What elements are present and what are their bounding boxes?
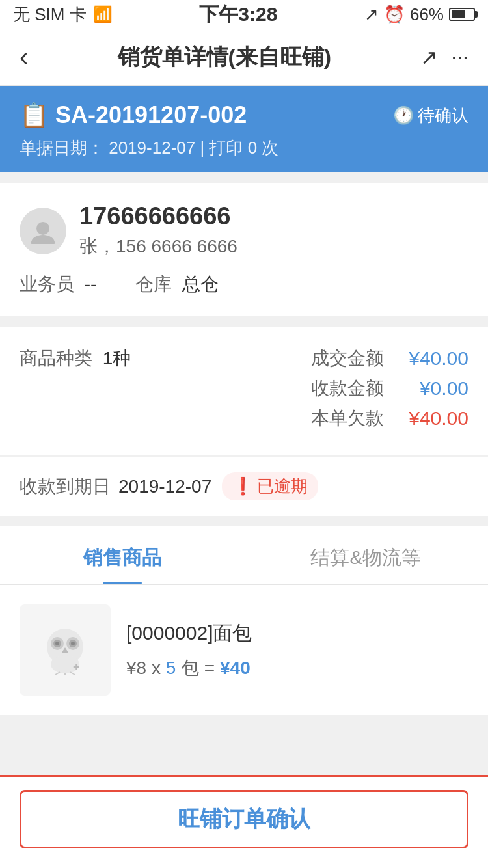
customer-top: 17666666666 张，156 6666 6666 xyxy=(20,202,468,259)
customer-meta: 业务员 -- 仓库 总仓 xyxy=(20,272,468,297)
sales-value: -- xyxy=(85,274,97,294)
amount-row-0: 成交金额 ¥40.00 xyxy=(311,346,468,371)
order-id-text: SA-20191207-002 xyxy=(55,102,247,129)
product-thumbnail: + xyxy=(20,604,111,696)
alarm-icon: ⏰ xyxy=(384,5,405,25)
unit-price: ¥8 xyxy=(126,658,146,678)
battery-percent: 66% xyxy=(410,5,444,25)
customer-card: 17666666666 张，156 6666 6666 业务员 -- 仓库 总仓 xyxy=(0,183,488,316)
customer-name: 张，156 6666 6666 xyxy=(79,234,237,259)
amount-details: 成交金额 ¥40.00 收款金额 ¥0.00 本单欠款 ¥40.00 xyxy=(311,346,468,436)
warehouse-value: 总仓 xyxy=(182,274,219,294)
amount-row-1: 收款金额 ¥0.00 xyxy=(311,376,468,401)
wifi-icon: 📶 xyxy=(93,5,113,23)
summary-card: 商品种类 1种 成交金额 ¥40.00 收款金额 ¥0.00 本单欠款 ¥40.… xyxy=(0,327,488,455)
status-clock-icon: 🕐 xyxy=(393,105,414,126)
battery-icon xyxy=(449,8,475,21)
multiply-sign: x xyxy=(152,658,166,678)
due-date-label: 收款到期日 xyxy=(20,474,111,499)
date-value: 2019-12-07 xyxy=(109,138,195,157)
amount-section: 商品种类 1种 成交金额 ¥40.00 收款金额 ¥0.00 本单欠款 ¥40.… xyxy=(20,346,468,436)
svg-point-1 xyxy=(31,235,55,244)
sales-label: 业务员 xyxy=(20,274,74,294)
status-bar-right: ↗ ⏰ 66% xyxy=(364,5,475,25)
print-info: | 打印 0 次 xyxy=(200,138,278,157)
overdue-icon: ❗ xyxy=(232,476,253,496)
order-id: 📋 SA-20191207-002 xyxy=(20,102,247,129)
product-section: + [0000002]面包 ¥8 x 5 包 = ¥40 xyxy=(0,585,488,715)
amount-value-2: ¥40.00 xyxy=(397,407,468,429)
status-bar-time: 下午3:28 xyxy=(199,1,277,28)
due-date-section: 收款到期日 2019-12-07 ❗ 已逾期 xyxy=(0,457,488,516)
customer-info: 17666666666 张，156 6666 6666 xyxy=(79,202,237,259)
goods-type: 商品种类 1种 xyxy=(20,346,131,371)
product-price: ¥8 x 5 包 = ¥40 xyxy=(126,656,468,681)
tab-products-label: 销售商品 xyxy=(83,547,161,568)
tab-products[interactable]: 销售商品 xyxy=(0,526,244,584)
warehouse-label: 仓库 xyxy=(135,274,172,294)
status-text: 待确认 xyxy=(418,104,468,127)
order-status: 🕐 待确认 xyxy=(393,104,468,127)
nav-bar: ‹ 销货单详情(来自旺铺) ↗ ··· xyxy=(0,29,488,86)
carrier-text: 无 SIM 卡 xyxy=(13,3,87,26)
page-title: 销货单详情(来自旺铺) xyxy=(118,42,332,72)
quantity: 5 xyxy=(166,658,176,678)
overdue-badge: ❗ 已逾期 xyxy=(222,472,318,500)
more-button[interactable]: ··· xyxy=(451,45,468,69)
date-label: 单据日期： xyxy=(20,138,104,157)
order-header: 📋 SA-20191207-002 🕐 待确认 单据日期： 2019-12-07… xyxy=(0,86,488,172)
overdue-text: 已逾期 xyxy=(257,475,308,498)
product-info: [0000002]面包 ¥8 x 5 包 = ¥40 xyxy=(126,620,468,681)
amount-value-0: ¥40.00 xyxy=(397,347,468,370)
svg-point-0 xyxy=(36,222,49,235)
confirm-order-button[interactable]: 旺铺订单确认 xyxy=(20,790,468,848)
back-button[interactable]: ‹ xyxy=(20,42,28,72)
goods-type-label: 商品种类 xyxy=(20,348,92,368)
customer-phone: 17666666666 xyxy=(79,202,237,230)
tab-settlement[interactable]: 结算&物流等 xyxy=(244,526,488,584)
svg-point-7 xyxy=(55,642,59,645)
location-icon: ↗ xyxy=(364,5,379,25)
amount-row-2: 本单欠款 ¥40.00 xyxy=(311,406,468,431)
status-bar: 无 SIM 卡 📶 下午3:28 ↗ ⏰ 66% xyxy=(0,0,488,29)
nav-actions: ↗ ··· xyxy=(420,45,468,70)
share-button[interactable]: ↗ xyxy=(420,45,438,70)
svg-line-11 xyxy=(55,672,60,675)
tab-settlement-label: 结算&物流等 xyxy=(310,547,421,568)
product-item: + [0000002]面包 ¥8 x 5 包 = ¥40 xyxy=(0,585,488,715)
avatar xyxy=(20,208,66,254)
due-date-value: 2019-12-07 xyxy=(118,476,211,497)
svg-point-8 xyxy=(71,642,75,645)
sales-info: 业务员 -- xyxy=(20,272,96,297)
unit-label: 包 = xyxy=(181,658,220,678)
amount-value-1: ¥0.00 xyxy=(397,377,468,400)
product-total: ¥40 xyxy=(220,658,251,678)
order-date: 单据日期： 2019-12-07 | 打印 0 次 xyxy=(20,137,468,159)
svg-text:+: + xyxy=(73,660,80,673)
order-icon: 📋 xyxy=(20,102,49,129)
amount-label-1: 收款金额 xyxy=(311,376,384,401)
amount-label-2: 本单欠款 xyxy=(311,406,384,431)
amount-label-0: 成交金额 xyxy=(311,346,384,371)
product-name: [0000002]面包 xyxy=(126,620,468,647)
warehouse-info: 仓库 总仓 xyxy=(135,272,219,297)
goods-type-value: 1种 xyxy=(103,348,131,368)
confirm-button-container: 旺铺订单确认 xyxy=(0,775,488,868)
status-bar-left: 无 SIM 卡 📶 xyxy=(13,3,113,26)
tabs: 销售商品 结算&物流等 xyxy=(0,526,488,585)
